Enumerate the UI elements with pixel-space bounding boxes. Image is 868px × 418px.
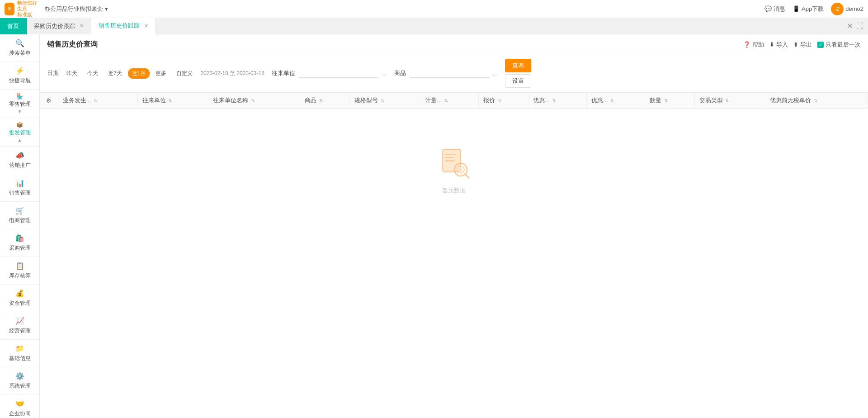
- th-quantity-label: 数量: [650, 97, 661, 104]
- sidebar-item-search[interactable]: 🔍 搜索菜单: [0, 34, 39, 62]
- date-btn-custom[interactable]: 自定义: [172, 68, 197, 79]
- th-discount2[interactable]: 优惠... ⇅: [586, 93, 645, 109]
- sidebar-basics-label: 基础信息: [9, 355, 31, 362]
- sidebar-wholesale-label: 批发管理: [9, 129, 31, 137]
- data-table: ⚙ 业务发生... ⇅ 往来单位 ⇅ 往来单位名称 ⇅: [40, 93, 868, 109]
- retail-icon: 🏪: [16, 93, 23, 100]
- th-biz-date-sort-icon: ⇅: [94, 98, 97, 103]
- th-biz-date[interactable]: 业务发生... ⇅: [58, 93, 137, 109]
- tab-sales-close-icon[interactable]: ✕: [144, 23, 148, 29]
- tab-home-label: 首页: [7, 22, 19, 30]
- sidebar-item-finance[interactable]: 💰 资金管理: [0, 285, 39, 312]
- empty-text: 暂元数据: [442, 186, 466, 195]
- user-area[interactable]: D demo2: [831, 3, 863, 15]
- date-btn-7days[interactable]: 近7天: [104, 68, 126, 79]
- goods-label: 商品: [394, 69, 406, 77]
- th-trade-type-label: 交易类型: [699, 97, 723, 104]
- partner-input[interactable]: [299, 69, 378, 78]
- sidebar-item-sales-mgmt[interactable]: 📊 销售管理: [0, 174, 39, 202]
- only-last-checkbox[interactable]: ✓: [817, 42, 824, 48]
- sidebar-item-ecommerce[interactable]: 🛒 电商管理: [0, 202, 39, 229]
- export-button[interactable]: ⬆ 导出: [793, 41, 812, 49]
- page-title-row: 销售历史价查询 ❓ 帮助 ⬇ 导入 ⬆ 导出 ✓: [47, 40, 861, 54]
- workspace-chevron-icon: ▾: [105, 5, 108, 12]
- date-buttons: 昨天 今天 近7天 近1月 更多 自定义: [62, 68, 197, 79]
- tab-purchase-close-icon[interactable]: ✕: [80, 23, 84, 29]
- logo-text: 畅捷信好生意 标准版: [17, 0, 41, 18]
- sidebar-shortcut-label: 快捷导航: [9, 77, 31, 85]
- th-goods-sort-icon: ⇅: [319, 98, 323, 103]
- date-btn-1month[interactable]: 近1月: [128, 68, 150, 79]
- tab-bar-close-icon[interactable]: ✕: [847, 22, 853, 30]
- sidebar-item-basics[interactable]: 📁 基础信息: [0, 340, 39, 367]
- sidebar-item-enterprise[interactable]: 🤝 企业协同: [0, 395, 39, 418]
- sidebar-purchase-label: 采购管理: [9, 244, 31, 252]
- import-button[interactable]: ⬇ 导入: [769, 41, 788, 49]
- date-btn-yesterday[interactable]: 昨天: [62, 68, 81, 79]
- sidebar: 🔍 搜索菜单 ⚡ 快捷导航 🏪 零售管理 ▼ 📦 批发管理 ▲ 📣 营销推广 📊…: [0, 34, 40, 418]
- help-icon: ❓: [743, 41, 750, 48]
- th-quantity-sort-icon: ⇅: [664, 98, 668, 103]
- system-icon: ⚙️: [15, 372, 24, 380]
- basics-icon: 📁: [15, 344, 24, 353]
- export-icon: ⬆: [793, 41, 798, 48]
- goods-dots: ...: [493, 70, 498, 77]
- th-tax-price-label: 优惠前无税单价: [770, 97, 811, 104]
- column-settings-icon[interactable]: ⚙: [46, 97, 52, 104]
- sidebar-item-wholesale[interactable]: 📦 批发管理 ▲: [0, 118, 39, 147]
- app-download-button[interactable]: 📱 App下载: [793, 5, 824, 13]
- tab-purchase[interactable]: 采购历史价跟踪 ✕: [27, 18, 91, 34]
- th-trade-type-sort-icon: ⇅: [725, 98, 729, 103]
- sidebar-item-shortcut[interactable]: ⚡ 快捷导航: [0, 62, 39, 90]
- th-trade-type[interactable]: 交易类型 ⇅: [694, 93, 765, 109]
- sidebar-item-system[interactable]: ⚙️ 系统管理: [0, 367, 39, 395]
- th-tax-price-sort-icon: ⇅: [814, 98, 817, 103]
- sidebar-item-marketing[interactable]: 📣 营销推广: [0, 147, 39, 174]
- th-unit[interactable]: 计量... ⇅: [420, 93, 479, 109]
- logo-area: 6 畅捷信好生意 标准版: [5, 0, 41, 18]
- th-partner-code[interactable]: 往来单位 ⇅: [137, 93, 208, 109]
- query-button[interactable]: 查询: [505, 59, 531, 72]
- tab-bar: 首页 采购历史价跟踪 ✕ 销售历史价跟踪 ✕ ✕ ⛶: [0, 18, 868, 34]
- main-layout: 🔍 搜索菜单 ⚡ 快捷导航 🏪 零售管理 ▼ 📦 批发管理 ▲ 📣 营销推广 📊…: [0, 34, 868, 418]
- settings-button[interactable]: 设置: [505, 74, 531, 88]
- marketing-icon: 📣: [15, 151, 24, 160]
- date-btn-today[interactable]: 今天: [83, 68, 102, 79]
- sidebar-ecommerce-label: 电商管理: [9, 217, 31, 224]
- th-tax-price[interactable]: 优惠前无税单价 ⇅: [765, 93, 868, 109]
- sidebar-item-operations[interactable]: 📈 经营管理: [0, 312, 39, 340]
- tab-sales[interactable]: 销售历史价跟踪 ✕: [91, 18, 156, 34]
- th-goods[interactable]: 商品 ⇅: [300, 93, 349, 109]
- th-partner-code-label: 往来单位: [142, 97, 166, 104]
- th-settings[interactable]: ⚙: [40, 93, 58, 109]
- table-header-row: ⚙ 业务发生... ⇅ 往来单位 ⇅ 往来单位名称 ⇅: [40, 93, 868, 109]
- goods-input[interactable]: [410, 69, 489, 78]
- content-area: 销售历史价查询 ❓ 帮助 ⬇ 导入 ⬆ 导出 ✓: [40, 34, 868, 418]
- help-button[interactable]: ❓ 帮助: [743, 41, 764, 49]
- th-partner-name-sort-icon: ⇅: [251, 98, 255, 103]
- message-button[interactable]: 💬 消息: [764, 5, 785, 13]
- tab-bar-expand-icon[interactable]: ⛶: [856, 22, 863, 30]
- sidebar-marketing-label: 营销推广: [9, 162, 31, 169]
- tab-bar-actions: ✕ ⛶: [847, 22, 868, 30]
- sidebar-item-purchase-mgmt[interactable]: 🛍️ 采购管理: [0, 229, 39, 257]
- th-partner-name-label: 往来单位名称: [213, 97, 248, 104]
- sidebar-search-label: 搜索菜单: [9, 49, 31, 57]
- only-last-checkbox-area[interactable]: ✓ 只看最后一次: [817, 41, 861, 49]
- th-quantity[interactable]: 数量 ⇅: [645, 93, 694, 109]
- th-partner-name[interactable]: 往来单位名称 ⇅: [208, 93, 300, 109]
- wholesale-icon: 📦: [16, 122, 23, 128]
- message-label: 消息: [774, 5, 785, 13]
- th-unit-label: 计量...: [425, 97, 442, 104]
- date-label: 日期: [47, 69, 59, 77]
- th-spec[interactable]: 规格型号 ⇅: [349, 93, 420, 109]
- tab-home[interactable]: 首页: [0, 18, 27, 34]
- sidebar-item-retail[interactable]: 🏪 零售管理 ▼: [0, 90, 39, 118]
- th-price[interactable]: 报价 ⇅: [479, 93, 528, 109]
- th-discount1[interactable]: 优惠... ⇅: [528, 93, 586, 109]
- date-btn-more[interactable]: 更多: [151, 68, 170, 79]
- partner-dots: ...: [382, 70, 387, 77]
- workspace-selector[interactable]: 办公用品行业模拟账套 ▾: [44, 5, 108, 13]
- sidebar-item-inventory[interactable]: 📋 库存核算: [0, 257, 39, 285]
- workspace-label: 办公用品行业模拟账套: [44, 5, 103, 13]
